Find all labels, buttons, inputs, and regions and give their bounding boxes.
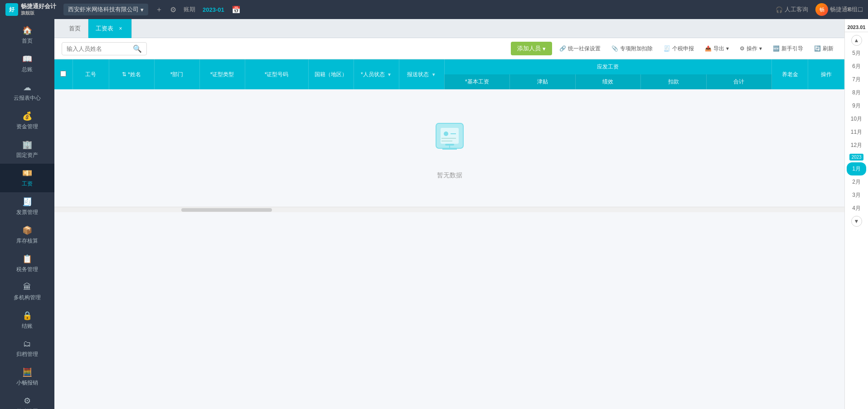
th-id: 工号 [73,59,109,89]
th-nation: 国籍（地区） [308,59,354,89]
company-selector[interactable]: 西安虾米网络科技有限公司 ▾ [63,4,148,15]
sidebar-item-closing[interactable]: 🔒 结账 [0,306,54,335]
empty-state: 暂无数据 [54,89,844,207]
attach-icon: 📎 [611,45,618,52]
expense-icon: 🧮 [22,367,32,377]
headset-icon: 🎧 [776,6,783,13]
add-person-label: 添加人员 [517,44,541,53]
select-all-checkbox[interactable] [60,71,66,77]
close-window-btn[interactable]: × [845,4,853,15]
scroll-up-btn[interactable]: ▲ [851,35,862,46]
export-btn[interactable]: 📤 导出 ▾ [701,43,732,54]
sidebar-item-home[interactable]: 🏠 首页 [0,21,54,49]
tab-salary-table[interactable]: 工资表 × [88,19,132,38]
add-person-dropdown-icon: ▾ [543,45,546,52]
month-current-1[interactable]: 1月 [847,162,866,175]
operations-btn[interactable]: ⚙ 操作 ▾ [736,43,766,54]
month-prev-7[interactable]: 7月 [845,73,868,86]
tab-close-btn[interactable]: × [117,25,124,32]
person-status-filter-icon[interactable]: ▼ [387,72,392,77]
month-prev-9[interactable]: 9月 [845,99,868,112]
th-person-status: *人员状态 ▼ [354,59,399,89]
empty-icon [427,117,472,166]
th-checkbox[interactable] [54,59,73,89]
sidebar-item-salary[interactable]: 💴 工资 [0,164,54,192]
tax-file-icon: 🧾 [664,45,670,52]
month-next-4[interactable]: 4月 [845,202,868,215]
sidebar-item-ledger[interactable]: 📖 总账 [0,49,54,78]
support-label: 人工客询 [785,5,808,14]
link-icon: 🔗 [559,45,566,52]
refresh-btn[interactable]: 🔄 刷新 [810,43,837,54]
add-button[interactable]: ＋ [155,5,163,15]
settings-icon[interactable]: ⚙ [170,5,176,14]
app-name: 畅捷通好会计 [21,3,56,10]
report-status-filter-icon[interactable]: ▼ [432,72,436,77]
sidebar-label-tax: 税务管理 [16,266,38,273]
sidebar: 🏠 首页 📖 总账 ☁ 云报表中心 💰 资金管理 🏢 固定资产 💴 工资 🧾 发… [0,19,54,409]
sidebar-item-assets[interactable]: 🏢 固定资产 [0,135,54,164]
empty-illustration [427,117,472,157]
refresh-icon: 🔄 [814,45,821,52]
th-perf: 绩效 [575,74,641,89]
page-content: 🔍 添加人员 ▾ 🔗 统一社保设置 📎 专项附加扣除 🧾 个 [54,38,844,409]
th-total: 合计 [706,74,772,89]
sidebar-item-fund[interactable]: 💰 资金管理 [0,107,54,135]
sidebar-label-expense: 小畅报销 [16,379,38,387]
month-prev-8[interactable]: 8月 [845,86,868,99]
support-btn[interactable]: 🎧 人工客询 [776,5,808,14]
social-security-btn[interactable]: 🔗 统一社保设置 [556,43,604,54]
month-prev-5[interactable]: 5月 [845,47,868,60]
sidebar-label-inventory: 库存核算 [16,237,38,245]
th-salary-group: 应发工资 [444,59,772,74]
month-prev-11[interactable]: 11月 [845,126,868,139]
sidebar-item-settings[interactable]: ⚙ 基础设置 [0,391,54,409]
sidebar-label-home: 首页 [22,37,33,45]
search-input[interactable] [67,45,130,52]
sidebar-item-invoice[interactable]: 🧾 发票管理 [0,192,54,221]
tab-home[interactable]: 首页 [62,19,88,38]
month-prev-12[interactable]: 12月 [845,139,868,152]
empty-text: 暂无数据 [437,171,462,180]
sidebar-item-inventory[interactable]: 📦 库存核算 [0,221,54,249]
special-deduct-btn[interactable]: 📎 专项附加扣除 [608,43,656,54]
month-next-2[interactable]: 2月 [845,175,868,189]
maximize-window-btn[interactable]: □ [856,4,864,15]
salary-table: 工号 ⇅ *姓名 *部门 *证型类型 *证型号码 国籍（地区） *人员状态 ▼ [54,59,844,89]
calendar-icon[interactable]: 📅 [232,5,241,14]
sidebar-label-archive: 归档管理 [16,351,38,358]
content-area: 首页 工资表 × 🔍 添加人员 ▾ 🔗 [54,19,844,409]
search-box[interactable]: 🔍 [62,42,147,55]
month-prev-10[interactable]: 10月 [845,112,868,126]
app-logo: 好 畅捷通好会计 旗舰版 [5,3,60,16]
closing-icon: 🔒 [22,311,32,321]
fund-icon: 💰 [22,111,32,121]
personal-tax-btn[interactable]: 🧾 个税申报 [660,43,698,54]
add-person-btn[interactable]: 添加人员 ▾ [511,42,552,55]
right-panel: 2023.01 ▲ 5月 6月 7月 8月 9月 10月 11月 12月 202… [844,19,868,409]
sidebar-item-tax[interactable]: 📋 税务管理 [0,249,54,278]
sidebar-label-fund: 资金管理 [16,123,38,131]
operations-label: 操作 [747,45,757,53]
month-prev-6[interactable]: 6月 [845,60,868,73]
tax-icon: 📋 [22,254,32,264]
th-report-status: 报送状态 ▼ [399,59,444,89]
tab-bar: 首页 工资表 × [54,19,844,38]
guide-toolbar-btn[interactable]: 🆕 新手引导 [769,43,807,54]
archive-icon: 🗂 [23,339,31,349]
special-deduct-label: 专项附加扣除 [620,45,653,53]
social-security-label: 统一社保设置 [568,45,601,53]
refresh-label: 刷新 [823,45,834,53]
sidebar-item-multi-org[interactable]: 🏛 多机构管理 [0,278,54,306]
scrollbar-thumb[interactable] [181,208,272,212]
sidebar-item-expense[interactable]: 🧮 小畅报销 [0,363,54,391]
table-container: 工号 ⇅ *姓名 *部门 *证型类型 *证型号码 国籍（地区） *人员状态 ▼ [54,59,844,409]
sidebar-item-archive[interactable]: 🗂 归档管理 [0,335,54,363]
scroll-down-btn[interactable]: ▼ [851,216,862,227]
user-avatar: 畅 [815,3,828,16]
logo-text-block: 畅捷通好会计 旗舰版 [21,3,56,16]
svg-point-2 [444,131,448,136]
horizontal-scrollbar[interactable] [54,207,844,212]
month-next-3[interactable]: 3月 [845,189,868,202]
sidebar-item-report[interactable]: ☁ 云报表中心 [0,78,54,107]
